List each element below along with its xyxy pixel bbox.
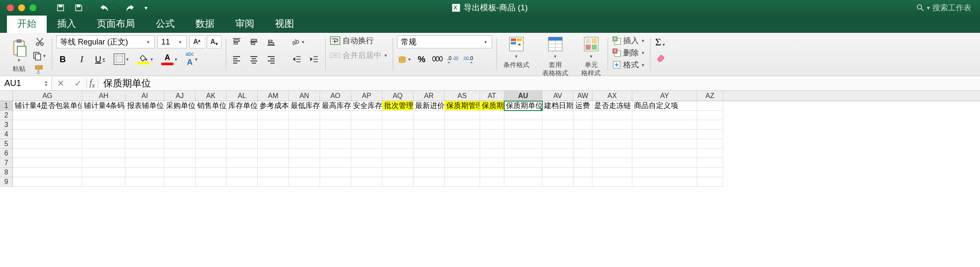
- decrease-decimal-button[interactable]: .00.0: [462, 53, 475, 66]
- column-header-AK[interactable]: AK: [195, 91, 227, 101]
- cell-AP3[interactable]: [351, 120, 382, 130]
- cell-AI8[interactable]: [125, 168, 164, 177]
- cell-AO3[interactable]: [320, 120, 351, 130]
- cell-AQ6[interactable]: [382, 149, 413, 158]
- cell-AS7[interactable]: [445, 158, 480, 168]
- cell-AZ5[interactable]: [697, 139, 723, 149]
- align-middle-button[interactable]: [247, 35, 260, 48]
- cell-AY2[interactable]: [632, 111, 697, 120]
- cell-AL5[interactable]: [227, 139, 258, 149]
- cell-AK3[interactable]: [195, 120, 227, 130]
- row-header-5[interactable]: 5: [0, 139, 13, 149]
- cell-AN8[interactable]: [289, 168, 320, 177]
- insert-cells-button[interactable]: + 插入: [612, 35, 646, 46]
- cancel-formula-button[interactable]: ✕: [52, 78, 69, 89]
- cell-AK2[interactable]: [195, 111, 227, 120]
- cell-AK4[interactable]: [195, 130, 227, 139]
- increase-font-button[interactable]: A▴: [189, 35, 204, 48]
- row-header-4[interactable]: 4: [0, 130, 13, 139]
- cell-AX7[interactable]: [592, 158, 632, 168]
- cell-AX4[interactable]: [592, 130, 632, 139]
- column-header-AR[interactable]: AR: [413, 91, 445, 101]
- cell-AY7[interactable]: [632, 158, 697, 168]
- cut-button[interactable]: [32, 35, 48, 48]
- cell-AV3[interactable]: [542, 120, 573, 130]
- cell-AZ7[interactable]: [697, 158, 723, 168]
- cell-AU7[interactable]: [504, 158, 542, 168]
- cell-AT5[interactable]: [480, 139, 504, 149]
- cell-AW2[interactable]: [573, 111, 592, 120]
- cell-AM8[interactable]: [258, 168, 289, 177]
- clear-button[interactable]: [654, 51, 667, 64]
- cell-AQ7[interactable]: [382, 158, 413, 168]
- cell-AL6[interactable]: [227, 149, 258, 158]
- font-color-button[interactable]: A: [161, 53, 179, 66]
- column-header-AQ[interactable]: AQ: [382, 91, 413, 101]
- cell-AK1[interactable]: 销售单位: [195, 101, 227, 111]
- align-top-button[interactable]: [230, 35, 243, 48]
- cell-AH5[interactable]: [82, 139, 125, 149]
- cell-AI2[interactable]: [125, 111, 164, 120]
- cell-AG4[interactable]: [13, 130, 82, 139]
- cell-AG7[interactable]: [13, 158, 82, 168]
- cell-AM9[interactable]: [258, 177, 289, 187]
- column-header-AJ[interactable]: AJ: [164, 91, 195, 101]
- cell-AR7[interactable]: [413, 158, 445, 168]
- cell-AR3[interactable]: [413, 120, 445, 130]
- cell-AZ4[interactable]: [697, 130, 723, 139]
- cell-AZ9[interactable]: [697, 177, 723, 187]
- cell-AR5[interactable]: [413, 139, 445, 149]
- cell-AO1[interactable]: 最高库存: [320, 101, 351, 111]
- cell-AL2[interactable]: [227, 111, 258, 120]
- cell-AY8[interactable]: [632, 168, 697, 177]
- cell-AG6[interactable]: [13, 149, 82, 158]
- cell-AP5[interactable]: [351, 139, 382, 149]
- cell-AV5[interactable]: [542, 139, 573, 149]
- cell-AT3[interactable]: [480, 120, 504, 130]
- tab-review[interactable]: 审阅: [225, 15, 265, 33]
- cell-AX1[interactable]: 是否走冻链: [592, 101, 632, 111]
- row-header-9[interactable]: 9: [0, 177, 13, 187]
- cell-AM6[interactable]: [258, 149, 289, 158]
- cell-AP2[interactable]: [351, 111, 382, 120]
- column-header-AP[interactable]: AP: [351, 91, 382, 101]
- format-cells-button[interactable]: 格式: [612, 60, 646, 70]
- cell-AO8[interactable]: [320, 168, 351, 177]
- cell-AN3[interactable]: [289, 120, 320, 130]
- tab-home[interactable]: 开始: [7, 15, 47, 33]
- cell-AO9[interactable]: [320, 177, 351, 187]
- cell-AV4[interactable]: [542, 130, 573, 139]
- cell-AR2[interactable]: [413, 111, 445, 120]
- cell-AH9[interactable]: [82, 177, 125, 187]
- percent-button[interactable]: %: [415, 53, 428, 66]
- cell-AY5[interactable]: [632, 139, 697, 149]
- cell-AT6[interactable]: [480, 149, 504, 158]
- cell-AG5[interactable]: [13, 139, 82, 149]
- cell-AS2[interactable]: [445, 111, 480, 120]
- cell-AV2[interactable]: [542, 111, 573, 120]
- column-header-AY[interactable]: AY: [632, 91, 697, 101]
- font-name-combo[interactable]: 等线 Regular (正文): [56, 35, 155, 48]
- cell-AQ2[interactable]: [382, 111, 413, 120]
- cell-AT4[interactable]: [480, 130, 504, 139]
- cell-AL9[interactable]: [227, 177, 258, 187]
- cell-AV7[interactable]: [542, 158, 573, 168]
- cell-AU5[interactable]: [504, 139, 542, 149]
- cell-AO2[interactable]: [320, 111, 351, 120]
- cell-AW1[interactable]: 运费: [573, 101, 592, 111]
- row-header-6[interactable]: 6: [0, 149, 13, 158]
- cell-AM1[interactable]: 参考成本: [258, 101, 289, 111]
- undo-icon[interactable]: [99, 4, 116, 12]
- cell-AJ5[interactable]: [164, 139, 195, 149]
- column-header-AV[interactable]: AV: [542, 91, 573, 101]
- column-header-AS[interactable]: AS: [445, 91, 480, 101]
- cell-AJ3[interactable]: [164, 120, 195, 130]
- autosave-icon[interactable]: [56, 3, 65, 12]
- cell-AG8[interactable]: [13, 168, 82, 177]
- zoom-window-button[interactable]: [29, 4, 36, 11]
- tab-data[interactable]: 数据: [185, 15, 225, 33]
- cell-AR8[interactable]: [413, 168, 445, 177]
- cell-AO7[interactable]: [320, 158, 351, 168]
- cell-AI6[interactable]: [125, 149, 164, 158]
- row-header-8[interactable]: 8: [0, 168, 13, 177]
